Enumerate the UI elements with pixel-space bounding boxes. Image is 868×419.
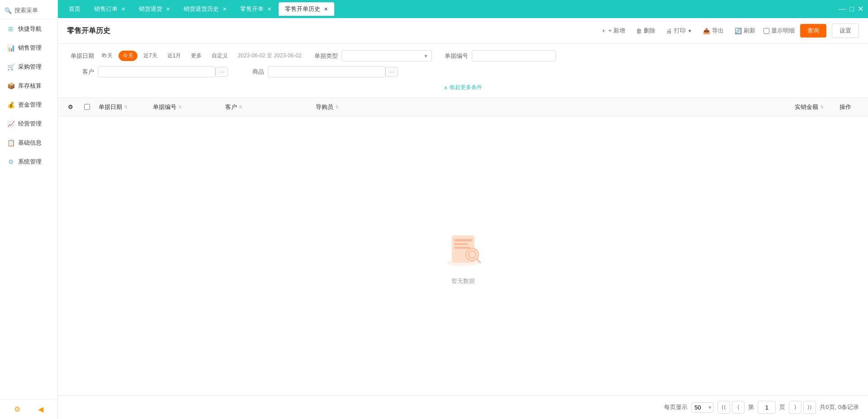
doc-num-label: 单据编号 <box>441 52 468 60</box>
delete-icon: 🗑 <box>636 28 642 34</box>
goods-select-wrapper: ··· <box>268 66 398 77</box>
sidebar-item-label: 经营管理 <box>18 120 42 128</box>
goods-ellipsis-btn[interactable]: ··· <box>385 67 398 77</box>
empty-state: 暂无数据 <box>58 116 868 395</box>
print-arrow-icon: ▼ <box>688 28 692 33</box>
date-btn-7days[interactable]: 近7天 <box>139 51 161 61</box>
sidebar-item-base-info[interactable]: 📋 基础信息 <box>0 133 57 152</box>
empty-text: 暂无数据 <box>451 277 475 285</box>
th-date-sort-icon: ⇅ <box>124 104 128 109</box>
tab-sales-return-close[interactable]: ✕ <box>166 6 170 12</box>
tab-sales-order-label: 销售订单 <box>94 5 118 13</box>
tab-sales-return-history[interactable]: 销货退货历史 ✕ <box>177 2 233 16</box>
search-icon: 🔍 <box>5 7 12 14</box>
settings-icon[interactable]: ⚙ <box>14 405 20 414</box>
print-label: 打印 <box>674 27 686 35</box>
main-area: 首页 销售订单 ✕ 销货退货 ✕ 销货退货历史 ✕ 零售开单 ✕ 零售开单历史 … <box>58 0 868 419</box>
finance-icon: 💰 <box>7 101 14 108</box>
sidebar-item-finance[interactable]: 💰 资金管理 <box>0 95 57 114</box>
export-icon: 📤 <box>703 28 710 34</box>
sidebar: 🔍 搜索采单 ⊞ 快捷导航 📊 销售管理 🛒 采购管理 📦 库存核算 💰 资金管… <box>0 0 58 419</box>
doc-type-select[interactable] <box>342 50 432 61</box>
th-guide[interactable]: 导购员 ⇅ <box>312 103 366 111</box>
th-num[interactable]: 单据编号 ⇅ <box>149 103 222 111</box>
next-page-btn[interactable]: ⟩ <box>789 401 802 414</box>
tab-sales-return-label: 销货退货 <box>139 5 162 13</box>
sidebar-item-label: 基础信息 <box>18 139 42 147</box>
per-page-select[interactable]: 10 20 50 100 <box>691 402 714 413</box>
goods-input[interactable] <box>268 66 385 77</box>
tab-retail-open-close[interactable]: ✕ <box>267 6 271 12</box>
prev-page-btn[interactable]: ⟨ <box>732 401 745 414</box>
toolbar: ＋ + 新增 🗑 删除 🖨 打印 ▼ 📤 导出 🔄 <box>598 24 859 38</box>
show-detail-checkbox[interactable] <box>764 28 769 34</box>
tab-home[interactable]: 首页 <box>62 2 87 16</box>
refresh-label: 刷新 <box>744 27 755 35</box>
tab-retail-history[interactable]: 零售开单历史 ✕ <box>279 2 334 16</box>
delete-button[interactable]: 🗑 删除 <box>633 25 658 37</box>
add-button[interactable]: ＋ + 新增 <box>598 25 628 37</box>
tab-sales-return[interactable]: 销货退货 ✕ <box>133 2 176 16</box>
add-label: + 新增 <box>608 27 625 35</box>
inventory-icon: 📦 <box>7 82 14 89</box>
table-header: ⚙ 单据日期 ⇅ 单据编号 ⇅ 客户 ⇅ 导购员 <box>58 98 868 116</box>
refresh-button[interactable]: 🔄 刷新 <box>732 25 758 37</box>
tab-sales-order[interactable]: 销售订单 ✕ <box>88 2 132 16</box>
sidebar-search-label: 搜索采单 <box>14 6 38 14</box>
collapse-sidebar-icon[interactable]: ◀ <box>38 405 43 414</box>
show-detail-checkbox-wrapper[interactable]: 显示明细 <box>764 27 795 35</box>
doc-type-filter-field: 单据类型 ▼ <box>311 50 432 61</box>
tab-bar: 首页 销售订单 ✕ 销货退货 ✕ 销货退货历史 ✕ 零售开单 ✕ 零售开单历史 … <box>58 0 868 18</box>
empty-illustration <box>441 226 486 272</box>
query-button[interactable]: 查询 <box>800 24 826 38</box>
th-ops: 操作 <box>827 103 863 111</box>
sidebar-item-operations[interactable]: 📈 经营管理 <box>0 114 57 133</box>
tab-sales-return-history-label: 销货退货历史 <box>184 5 219 13</box>
sidebar-item-inventory[interactable]: 📦 库存核算 <box>0 76 57 95</box>
minimize-btn[interactable]: — <box>839 5 846 13</box>
date-btn-yesterday[interactable]: 昨天 <box>98 51 117 61</box>
svg-rect-2 <box>454 239 472 241</box>
maximize-btn[interactable]: □ <box>849 5 854 13</box>
sidebar-item-sys-mgmt[interactable]: ⚙ 系统管理 <box>0 152 57 171</box>
collapse-button[interactable]: ∧ 收起更多条件 <box>444 84 482 91</box>
table-settings-btn[interactable]: ⚙ <box>62 104 79 110</box>
total-info: 共0页, 0条记录 <box>820 403 859 411</box>
th-date[interactable]: 单据日期 ⇅ <box>95 103 149 111</box>
select-all-checkbox[interactable] <box>84 104 90 110</box>
customer-ellipsis-btn[interactable]: ··· <box>215 67 228 77</box>
sidebar-item-purchase-mgmt[interactable]: 🛒 采购管理 <box>0 57 57 76</box>
pagination: 每页显示 10 20 50 100 ▼ ⟨⟨ ⟨ 第 页 ⟩ <box>58 395 868 419</box>
th-customer[interactable]: 客户 ⇅ <box>222 103 312 111</box>
doc-num-filter-field: 单据编号 <box>441 50 556 61</box>
table-select-all[interactable] <box>79 104 95 110</box>
sidebar-item-sales-mgmt[interactable]: 📊 销售管理 <box>0 38 57 57</box>
collapse-up-icon: ∧ <box>444 85 448 91</box>
th-amount-label: 实销金额 <box>795 103 818 111</box>
close-btn[interactable]: ✕ <box>858 5 863 13</box>
date-btn-today[interactable]: 今天 <box>119 51 138 61</box>
tab-retail-open[interactable]: 零售开单 ✕ <box>234 2 278 16</box>
th-amount[interactable]: 实销金额 ⇅ <box>773 103 827 111</box>
tab-sales-return-history-close[interactable]: ✕ <box>223 6 227 12</box>
operations-icon: 📈 <box>7 120 14 127</box>
customer-label: 客户 <box>67 68 94 76</box>
tab-sales-order-close[interactable]: ✕ <box>121 6 125 12</box>
tab-retail-history-label: 零售开单历史 <box>285 5 320 13</box>
settings-query-button[interactable]: 设置 <box>832 24 859 38</box>
print-button[interactable]: 🖨 打印 ▼ <box>664 25 695 37</box>
tab-retail-history-close[interactable]: ✕ <box>324 6 328 12</box>
date-btn-1month[interactable]: 近1月 <box>163 51 185 61</box>
export-button[interactable]: 📤 导出 <box>700 25 726 37</box>
date-btn-more[interactable]: 更多 <box>187 51 206 61</box>
sales-icon: 📊 <box>7 44 14 52</box>
first-page-btn[interactable]: ⟨⟨ <box>717 401 730 414</box>
svg-rect-3 <box>454 243 468 245</box>
date-btn-custom[interactable]: 自定义 <box>208 51 232 61</box>
sidebar-search[interactable]: 🔍 搜索采单 <box>0 0 57 19</box>
last-page-btn[interactable]: ⟩⟩ <box>803 401 816 414</box>
doc-num-input[interactable] <box>472 50 556 61</box>
sidebar-item-quick-nav[interactable]: ⊞ 快捷导航 <box>0 19 57 38</box>
customer-input[interactable] <box>98 66 215 77</box>
page-number-input[interactable] <box>758 401 776 414</box>
